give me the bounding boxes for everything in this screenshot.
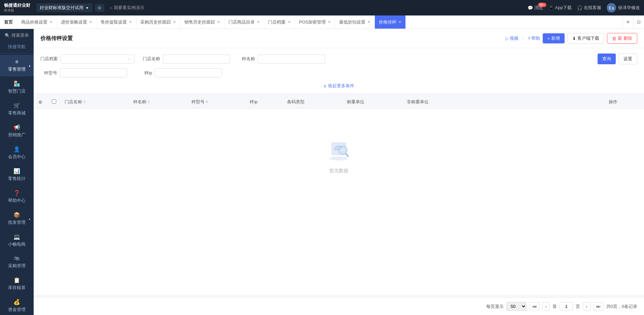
scale-model-input[interactable] — [60, 68, 127, 77]
tab-purchase-history-label: 采购历史价跟踪 — [140, 19, 171, 25]
delete-button[interactable]: 🗑 窗 删除 — [607, 33, 637, 44]
logo-area: 畅捷通好业财 标准版 — [4, 3, 31, 13]
store-archive-input[interactable] — [61, 55, 135, 64]
user-name: 徐泽华修改 — [618, 5, 640, 11]
sidebar-search[interactable]: 🔍 搜索菜单 — [0, 29, 34, 42]
sidebar-item-wholesale-mgmt[interactable]: 📦 批发管理 — [0, 208, 34, 230]
video-icon: ▷ — [505, 36, 509, 41]
divider-1: | — [523, 36, 524, 41]
tab-purchase-history-close[interactable]: ✕ — [173, 20, 176, 24]
demo-button[interactable]: ○ 我要看实例演示 — [110, 5, 144, 11]
close-icon: ✕ — [626, 20, 630, 25]
ecommerce-icon: 💻 — [13, 234, 20, 240]
per-page-label: 每页显示 — [486, 304, 504, 310]
video-button[interactable]: ▷ 视频 — [505, 35, 518, 41]
sidebar-item-retail-mgmt[interactable]: ≡ 零售管理 — [0, 55, 34, 76]
tab-pos-encrypt-close[interactable]: ✕ — [328, 20, 331, 24]
collapse-button[interactable]: ∧ 收起更多条件 — [40, 81, 637, 90]
tab-purchase-history[interactable]: 采购历史价跟踪 ✕ — [136, 15, 180, 29]
app-download-button[interactable]: 📱 App下载 — [548, 5, 572, 11]
maximize-icon: ⊡ — [637, 20, 641, 25]
tab-purchase-strategy-close[interactable]: ✕ — [89, 20, 92, 24]
tab-maximize-button[interactable]: ⊡ — [633, 15, 644, 29]
sidebar-item-smart-store[interactable]: 🏪 智慧门店 — [0, 76, 34, 98]
tab-sales-history[interactable]: 销售历史价跟踪 ✕ — [180, 15, 224, 29]
empty-state: 暂无数据 — [34, 109, 644, 201]
first-page-button[interactable]: ⏮ — [529, 302, 540, 311]
query-button[interactable]: 查询 — [598, 54, 616, 64]
tab-store-archive-close[interactable]: ✕ — [288, 20, 291, 24]
collapse-label: 收起更多条件 — [328, 83, 354, 89]
sidebar-item-finance-label: 资金管理 — [8, 307, 26, 313]
sidebar-item-retail-mall-label: 零售商城 — [8, 110, 26, 116]
table-col-settings[interactable]: ⚙ — [34, 96, 47, 109]
tab-purchase-strategy-label: 进价策略设置 — [61, 19, 87, 25]
scale-ip-input[interactable] — [155, 68, 222, 77]
store-name-input[interactable] — [163, 55, 230, 64]
sidebar-item-member-center[interactable]: 👤 会员中心 — [0, 142, 34, 164]
table-header-row: ⚙ 门店名称 ⇅ — [34, 96, 644, 109]
tab-pos-encrypt[interactable]: POS加密管理 ✕ — [295, 15, 335, 29]
online-service-button[interactable]: 🎧 在线客服 — [577, 5, 601, 11]
tab-commodity-price[interactable]: 商品价格设置 ✕ — [17, 15, 57, 29]
table-col-checkbox[interactable] — [47, 96, 61, 109]
sidebar-item-help-center[interactable]: ❓ 帮助中心 — [0, 186, 34, 208]
per-page-select[interactable]: 50 10 20 100 — [506, 302, 527, 311]
sidebar-item-finance[interactable]: 💰 资金管理 — [0, 295, 34, 315]
store-archive-label: 门店档案 — [40, 56, 58, 62]
sidebar-item-purchase-mgmt[interactable]: 🛍 采购管理 — [0, 251, 34, 273]
help-button[interactable]: ? 帮助 — [528, 35, 540, 41]
tab-sales-history-close[interactable]: ✕ — [217, 20, 220, 24]
sidebar-item-retail-mall[interactable]: 🛒 零售商城 — [0, 98, 34, 120]
add-button[interactable]: + 新增 — [543, 33, 565, 43]
message-icon: 💬 — [528, 5, 533, 10]
store-archive-ellipsis-icon[interactable]: ··· — [128, 56, 132, 62]
search-icon: 🔍 — [5, 33, 10, 38]
tab-min-discount[interactable]: 最低折扣设置 ✕ — [335, 15, 375, 29]
purchase-mgmt-icon: 🛍 — [14, 255, 20, 261]
version-label: 好业财标准版交付试用 — [40, 5, 83, 11]
sidebar-item-wholesale-mgmt-label: 批发管理 — [8, 219, 26, 225]
app-subtitle: 标准版 — [4, 8, 31, 13]
video-label: 视频 — [510, 35, 518, 41]
tab-purchase-strategy[interactable]: 进价策略设置 ✕ — [57, 15, 97, 29]
sidebar-item-ecommerce[interactable]: 💻 小畅电商 — [0, 230, 34, 251]
sidebar-item-ecommerce-label: 小畅电商 — [8, 241, 26, 247]
table-col-store-name[interactable]: 门店名称 ⇅ — [61, 96, 129, 109]
tab-store-archive[interactable]: 门店档案 ✕ — [264, 15, 295, 29]
tab-commodity-price-close[interactable]: ✕ — [49, 20, 52, 24]
marketing-icon: 📢 — [13, 124, 20, 131]
tab-home[interactable]: 首页 — [0, 15, 17, 29]
sidebar-item-retail-stats[interactable]: 📊 零售统计 — [0, 164, 34, 186]
last-page-button[interactable]: ⏭ — [593, 302, 604, 311]
version-select[interactable]: 好业财标准版交付试用 ▼ — [36, 3, 92, 12]
retail-mall-icon: 🛒 — [13, 102, 20, 109]
table-col-scale-model[interactable]: 秤型号 ⇅ — [187, 96, 246, 109]
tab-store-catalog-close[interactable]: ✕ — [257, 20, 260, 24]
prev-page-button[interactable]: ‹ — [542, 302, 550, 311]
sidebar-item-retail-stats-label: 零售统计 — [8, 176, 26, 182]
sidebar-item-inventory[interactable]: 📋 库存核算 — [0, 273, 34, 295]
gear-button[interactable]: ⚙ — [95, 4, 104, 12]
tab-sale-extract[interactable]: 售价提取设置 ✕ — [97, 15, 136, 29]
tab-price-scale-close[interactable]: ✕ — [398, 20, 401, 24]
tab-store-catalog[interactable]: 门店商品目录 ✕ — [224, 15, 264, 29]
scale-name-input[interactable] — [258, 55, 325, 64]
query-label: 查询 — [602, 56, 611, 62]
tab-price-scale[interactable]: 价格传秤 ✕ — [375, 15, 406, 29]
filter-store-archive: 门店档案 ··· — [40, 55, 135, 64]
user-info[interactable]: Ea 徐泽华修改 — [607, 3, 640, 12]
next-page-button[interactable]: › — [583, 302, 590, 311]
download-icon: ⬇ — [572, 36, 576, 41]
tab-close-button[interactable]: ✕ — [622, 15, 633, 29]
settings-filter-button[interactable]: 设置 — [618, 54, 637, 64]
tab-sale-extract-close[interactable]: ✕ — [129, 20, 132, 24]
messages-button[interactable]: 💬 消息 99+ — [528, 5, 543, 11]
help-label: 帮助 — [531, 35, 540, 41]
table-col-scale-name[interactable]: 秤名称 ⇅ — [129, 96, 187, 109]
client-download-button[interactable]: ⬇ 客户端下载 — [567, 33, 604, 44]
select-all-checkbox[interactable] — [52, 99, 56, 104]
sidebar-item-marketing[interactable]: 📢 营销推广 — [0, 120, 34, 142]
page-number-input[interactable] — [560, 302, 573, 311]
tab-min-discount-close[interactable]: ✕ — [367, 20, 370, 24]
